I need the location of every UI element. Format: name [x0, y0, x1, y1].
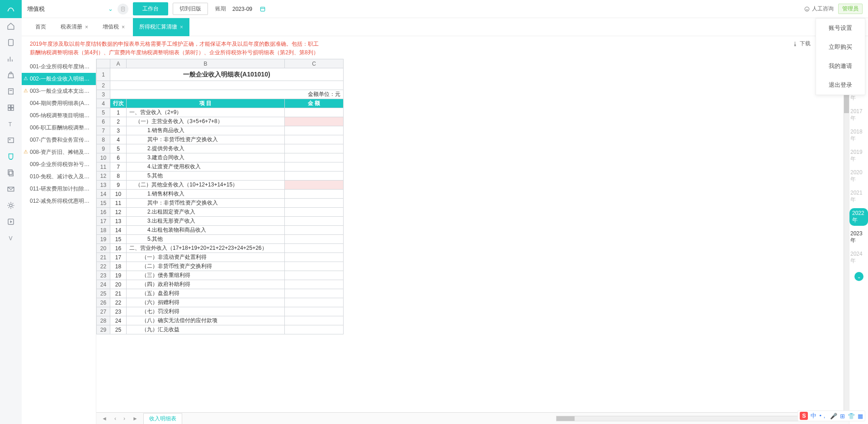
cell-C14[interactable]: [285, 190, 344, 199]
cell-C10[interactable]: [285, 153, 344, 162]
cell-C11[interactable]: [285, 162, 344, 172]
rowhead-5[interactable]: 5: [97, 108, 110, 117]
cell-A7[interactable]: 3: [110, 126, 127, 135]
cell-C26[interactable]: [285, 298, 344, 307]
year-2024年[interactable]: 2024年: [849, 249, 868, 267]
tab-0[interactable]: 首页: [29, 18, 52, 36]
doc-icon-button[interactable]: [118, 4, 128, 14]
close-icon[interactable]: ×: [85, 24, 88, 30]
form-list-item-11[interactable]: 012-减免所得税优惠明细表(…: [22, 195, 96, 207]
cell-A24[interactable]: 20: [110, 280, 127, 289]
cell-C20[interactable]: [285, 244, 344, 253]
col-A[interactable]: A: [110, 59, 127, 68]
cell-A26[interactable]: 22: [110, 298, 127, 307]
tab-3[interactable]: 所得税汇算清缴×: [133, 18, 189, 36]
side-cup-icon[interactable]: [0, 148, 22, 165]
col-B[interactable]: B: [127, 59, 285, 68]
sheet-corner[interactable]: [97, 59, 110, 68]
rowhead-25[interactable]: 25: [97, 289, 110, 298]
year-2021年[interactable]: 2021年: [849, 188, 868, 205]
admin-menu-item-3[interactable]: 退出登录: [816, 76, 865, 95]
rowhead-26[interactable]: 26: [97, 298, 110, 307]
year-2019年[interactable]: 2019年: [849, 147, 868, 165]
form-list-item-4[interactable]: 005-纳税调整项目明细表(A1…: [22, 110, 96, 122]
cell-C22[interactable]: [285, 262, 344, 271]
form-list-item-7[interactable]: ⚠008-资产折旧、摊销及纳税…: [22, 146, 96, 158]
rowhead-9[interactable]: 9: [97, 144, 110, 153]
cell-B9[interactable]: 2.提供劳务收入: [127, 144, 285, 153]
cell-B28[interactable]: （八）确实无法偿付的应付款项: [127, 316, 285, 325]
cell-B14[interactable]: 1.销售材料收入: [127, 190, 285, 199]
rowhead-4[interactable]: 4: [97, 99, 110, 108]
side-image-icon[interactable]: [0, 132, 22, 148]
cell-C24[interactable]: [285, 280, 344, 289]
year-2020年[interactable]: 2020年: [849, 167, 868, 185]
side-home-icon[interactable]: [0, 18, 22, 34]
cell-A5[interactable]: 1: [110, 108, 127, 117]
year-2023年[interactable]: 2023年: [849, 229, 868, 246]
col-C[interactable]: C: [285, 59, 344, 68]
cell-C16[interactable]: [285, 208, 344, 217]
cell-A12[interactable]: 8: [110, 172, 127, 181]
side-file-icon[interactable]: [0, 34, 22, 51]
sheet-nav-prev[interactable]: ‹: [113, 415, 118, 422]
cell-B27[interactable]: （七）罚没利得: [127, 307, 285, 316]
cell-B29[interactable]: （九）汇兑收益: [127, 325, 285, 334]
rowhead-19[interactable]: 19: [97, 235, 110, 244]
form-list-item-2[interactable]: ⚠003-一般企业成本支出明细…: [22, 85, 96, 97]
app-logo[interactable]: [0, 0, 22, 18]
cell-B23[interactable]: （三）债务重组利得: [127, 271, 285, 280]
cell-A29[interactable]: 25: [110, 325, 127, 334]
cell-C13[interactable]: [285, 181, 344, 190]
calendar-icon[interactable]: [259, 6, 266, 12]
cell-B16[interactable]: 2.出租固定资产收入: [127, 208, 285, 217]
workbench-button[interactable]: 工作台: [133, 2, 168, 15]
sheet-tab[interactable]: 收入明细表: [143, 413, 182, 424]
form-list-item-0[interactable]: 001-企业所得税年度纳税申…: [22, 61, 96, 73]
cell-B20[interactable]: 二、营业外收入（17+18+19+20+21+22+23+24+25+26）: [127, 244, 285, 253]
close-icon[interactable]: ×: [122, 24, 125, 30]
cell-A11[interactable]: 7: [110, 162, 127, 172]
cell-A22[interactable]: 18: [110, 262, 127, 271]
cell-B12[interactable]: 5.其他: [127, 172, 285, 181]
sheet-nav-next[interactable]: ›: [122, 415, 127, 422]
year-more-icon[interactable]: ⌄: [854, 272, 863, 281]
admin-menu-item-1[interactable]: 立即购买: [816, 38, 865, 57]
cell-C25[interactable]: [285, 289, 344, 298]
cell-B19[interactable]: 5.其他: [127, 235, 285, 244]
rowhead-18[interactable]: 18: [97, 226, 110, 235]
rowhead-15[interactable]: 15: [97, 199, 110, 208]
rowhead-27[interactable]: 27: [97, 307, 110, 316]
cell-A25[interactable]: 21: [110, 289, 127, 298]
rowhead-1[interactable]: 1: [97, 68, 110, 81]
cell-C29[interactable]: [285, 325, 344, 334]
ime-grid-icon[interactable]: ▦: [858, 413, 863, 419]
rowhead-3[interactable]: 3: [97, 90, 110, 99]
cell-A20[interactable]: 16: [110, 244, 127, 253]
rowhead-20[interactable]: 20: [97, 244, 110, 253]
side-copy-icon[interactable]: [0, 165, 22, 181]
year-2017年[interactable]: 2017年: [849, 106, 868, 124]
cell-A23[interactable]: 19: [110, 271, 127, 280]
year-2018年[interactable]: 2018年: [849, 127, 868, 144]
side-gear-icon[interactable]: [0, 197, 22, 214]
year-2022年[interactable]: 2022年: [849, 208, 868, 226]
form-list-item-10[interactable]: 011-研发费用加计扣除优惠…: [22, 183, 96, 195]
cell-A8[interactable]: 4: [110, 135, 127, 144]
ime-mic-icon[interactable]: 🎤: [830, 413, 837, 419]
sheet-nav-last[interactable]: ►: [131, 415, 140, 422]
cell-B26[interactable]: （六）捐赠利得: [127, 298, 285, 307]
admin-button[interactable]: 管理员: [838, 4, 863, 14]
consult-link[interactable]: 人工咨询: [804, 5, 834, 13]
admin-menu-item-0[interactable]: 账号设置: [816, 19, 865, 38]
close-icon[interactable]: ×: [180, 24, 183, 30]
cell-A13[interactable]: 9: [110, 181, 127, 190]
sheet-scroll[interactable]: ABC1一般企业收入明细表(A101010)23金额单位：元4行次项 目金 额5…: [96, 59, 849, 412]
side-font-icon[interactable]: T: [0, 116, 22, 132]
cell-A9[interactable]: 5: [110, 144, 127, 153]
rowhead-16[interactable]: 16: [97, 208, 110, 217]
cell-B24[interactable]: （四）政府补助利得: [127, 280, 285, 289]
cell-B7[interactable]: 1.销售商品收入: [127, 126, 285, 135]
cell-A14[interactable]: 10: [110, 190, 127, 199]
cell-C9[interactable]: [285, 144, 344, 153]
